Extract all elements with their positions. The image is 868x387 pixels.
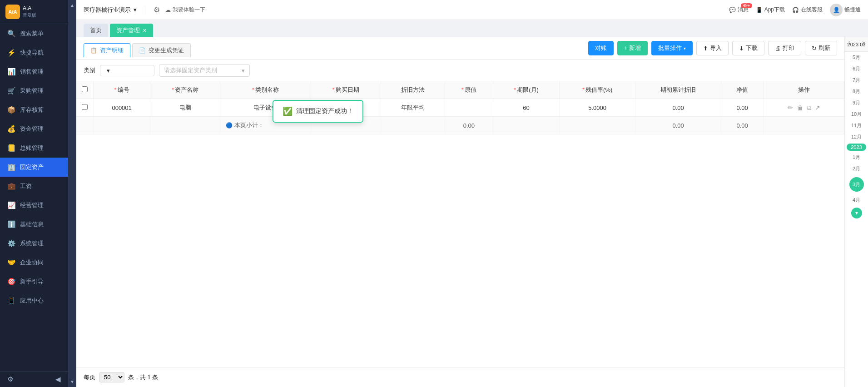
collapse-icon[interactable]: ◀ <box>55 375 61 383</box>
sidebar-item-label: 企业协同 <box>20 258 44 267</box>
sidebar-item-经营管理[interactable]: 📈经营管理 <box>0 196 68 215</box>
sidebar-icon: 🔍 <box>7 30 15 38</box>
app-name: AtA <box>23 5 36 12</box>
company-selector[interactable]: 医疗器械行业演示 ▾ <box>84 6 137 14</box>
sidebar-item-快捷导航[interactable]: ⚡快捷导航 <box>0 43 68 62</box>
timeline-month-10月[interactable]: 10月 <box>848 109 864 120</box>
message-icon: 💬 <box>729 7 736 13</box>
cell-actions: ✏ 🗑 ⧉ ↗ <box>764 99 844 117</box>
timeline-month-11月[interactable]: 11月 <box>848 120 864 131</box>
sidebar-item-企业协同[interactable]: 🤝企业协同 <box>0 253 68 272</box>
online-service-btn[interactable]: 🎧 在线客服 <box>792 6 823 14</box>
sidebar-item-销售管理[interactable]: 📊销售管理 <box>0 62 68 81</box>
subtab-voucher-label: 变更生成凭证 <box>149 46 184 55</box>
subtab-detail-icon: 📋 <box>90 47 97 54</box>
download-icon: 📱 <box>756 7 763 13</box>
cloud-icon: ☁ <box>165 7 171 13</box>
batch-operation-button[interactable]: 批量操作 ▾ <box>651 41 693 55</box>
sidebar-item-label: 基础信息 <box>20 220 44 228</box>
timeline-year-badge[interactable]: 2023 <box>847 144 866 151</box>
timeline-month-12月[interactable]: 12月 <box>848 131 864 143</box>
sidebar-item-label: 新手引导 <box>20 278 44 286</box>
sidebar-item-库存核算[interactable]: 📦库存核算 <box>0 100 68 119</box>
sidebar-item-新手引导[interactable]: 🎯新手引导 <box>0 272 68 291</box>
download-button[interactable]: ⬇ 下载 <box>732 41 764 55</box>
sidebar-item-资金管理[interactable]: 💰资金管理 <box>0 119 68 139</box>
sidebar-icon: 🎯 <box>7 278 15 286</box>
row-checkbox[interactable] <box>82 104 88 110</box>
copy-icon[interactable]: ⧉ <box>807 104 811 112</box>
filter-type-arrow-icon: ▾ <box>107 67 110 74</box>
subtab-detail-label: 资产明细 <box>100 46 124 55</box>
message-btn[interactable]: 💬 消息 99+ <box>729 6 749 14</box>
print-button[interactable]: 🖨 打印 <box>768 41 801 55</box>
sidebar-item-工资[interactable]: 💼工资 <box>0 177 68 196</box>
filter-bar: 类别 ▾ 请选择固定资产类别 ▾ <box>76 60 844 81</box>
sidebar-icon: ⚡ <box>7 49 15 57</box>
sidebar-item-label: 工资 <box>20 182 32 190</box>
delete-icon[interactable]: 🗑 <box>797 104 803 112</box>
timeline-scroll-down-btn[interactable]: ▾ <box>851 208 862 218</box>
timeline-expand-icon[interactable]: ⤢ <box>847 40 851 46</box>
timeline-month-1月[interactable]: 1月 <box>850 152 863 163</box>
select-all-checkbox[interactable] <box>82 86 88 92</box>
sidebar-item-系统管理[interactable]: ⚙️系统管理 <box>0 234 68 253</box>
timeline-active-month[interactable]: 3月 <box>849 177 864 192</box>
sidebar-item-基础信息[interactable]: ℹ️基础信息 <box>0 215 68 234</box>
subtab-change-voucher[interactable]: 📄 变更生成凭证 <box>132 43 191 57</box>
tab-asset-management[interactable]: 资产管理 ✕ <box>110 24 153 37</box>
edit-icon[interactable]: ✏ <box>788 104 793 112</box>
scroll-up-btn[interactable]: ▲ <box>69 2 75 9</box>
timeline-month-6月[interactable]: 6月 <box>848 63 864 74</box>
sidebar-icon: 💼 <box>7 182 15 190</box>
sidebar-item-采购管理[interactable]: 🛒采购管理 <box>0 81 68 100</box>
category-label: 类别 <box>84 66 95 74</box>
new-button[interactable]: + 新增 <box>617 41 648 55</box>
sidebar-item-固定资产[interactable]: 🏢固定资产 <box>0 158 68 177</box>
tab-home[interactable]: 首页 <box>84 24 108 37</box>
timeline-month-8月[interactable]: 8月 <box>848 86 864 97</box>
subtotal-net: 0.00 <box>721 117 763 134</box>
sidebar-icon: 📦 <box>7 106 15 114</box>
sidebar-icon: 📱 <box>7 297 15 305</box>
tab-close-icon[interactable]: ✕ <box>143 28 147 34</box>
subtotal-initial: 0.00 <box>635 117 721 134</box>
settings-icon[interactable]: ⚙ <box>7 375 13 383</box>
refresh-button[interactable]: ↻ 刷新 <box>805 41 837 55</box>
timeline-month-4月[interactable]: 4月 <box>850 194 863 206</box>
main-container: 医疗器械行业演示 ▾ ⚙ ☁ 我要体验一下 💬 消息 99+ 📱 App下载 🎧 <box>76 0 868 387</box>
app-download-btn[interactable]: 📱 App下载 <box>756 6 785 14</box>
sidebar-item-搜索菜单[interactable]: 🔍搜索菜单 <box>0 24 68 43</box>
more-icon[interactable]: ↗ <box>815 104 820 112</box>
main-content: 📋 资产明细 📄 变更生成凭证 对账 + 新增 批量操作 ▾ <box>76 37 844 387</box>
sidebar-item-label: 库存核算 <box>20 106 44 114</box>
avatar: 👤 <box>830 4 843 16</box>
settings-gear-icon[interactable]: ⚙ <box>154 5 160 14</box>
col-depreciation: 折旧方法 <box>381 81 445 99</box>
cell-name: 电脑 <box>150 99 220 117</box>
subtotal-original: 0.00 <box>445 117 493 134</box>
sidebar-item-应用中心[interactable]: 📱应用中心 <box>0 291 68 310</box>
timeline-month-2月[interactable]: 2月 <box>850 163 863 174</box>
sidebar-icon: 📒 <box>7 144 15 152</box>
timeline-close-icon[interactable]: ✕ <box>862 40 866 46</box>
timeline-month-9月[interactable]: 9月 <box>848 97 864 109</box>
cell-code: 000001 <box>94 99 150 117</box>
timeline-month-5月[interactable]: 5月 <box>848 52 864 63</box>
dropdown-arrow-icon: ▾ <box>134 6 137 13</box>
category-placeholder: 请选择固定资产类别 <box>164 66 217 74</box>
category-type-select[interactable]: ▾ <box>100 65 154 76</box>
toast-message: 清理固定资产成功！ <box>296 107 353 115</box>
per-page-select[interactable]: 50 100 200 <box>99 372 124 382</box>
subtab-asset-detail[interactable]: 📋 资产明细 <box>84 43 130 57</box>
reconcile-button[interactable]: 对账 <box>588 41 614 55</box>
sidebar-item-总账管理[interactable]: 📒总账管理 <box>0 139 68 158</box>
sidebar-logo: AtA AtA 普及版 <box>0 0 68 24</box>
import-button[interactable]: ⬆ 导入 <box>696 41 729 55</box>
user-menu[interactable]: 👤 畅捷通 <box>830 4 861 16</box>
experience-btn[interactable]: ☁ 我要体验一下 <box>165 6 205 14</box>
timeline-month-7月[interactable]: 7月 <box>848 74 864 86</box>
col-name: *资产名称 <box>150 81 220 99</box>
scroll-down-btn[interactable]: ▼ <box>69 378 75 385</box>
category-search-input[interactable]: 请选择固定资产类别 ▾ <box>159 64 250 77</box>
